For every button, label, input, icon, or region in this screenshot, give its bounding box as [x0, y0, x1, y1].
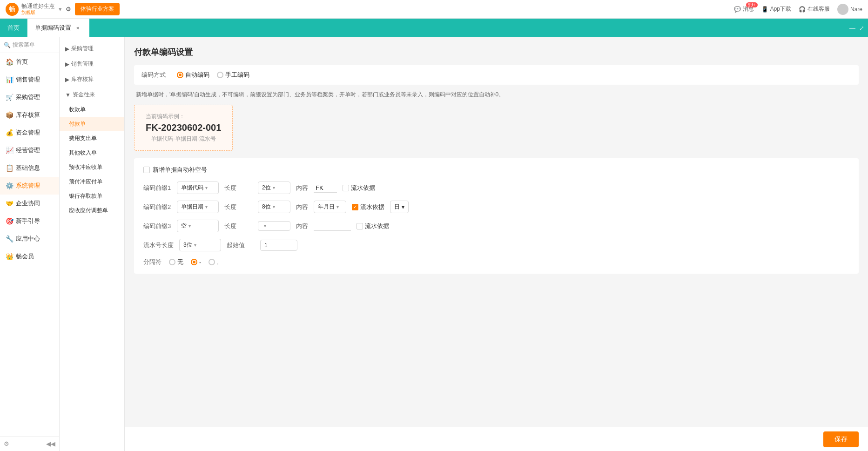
experience-button[interactable]: 体验行业方案 [75, 3, 120, 15]
auto-encode-radio[interactable] [177, 72, 183, 78]
minimize-icon[interactable]: — [849, 25, 855, 32]
collapse-icon[interactable]: ◀◀ [46, 440, 55, 447]
content2-select[interactable]: 年月日 ▾ [314, 201, 346, 213]
chevron-down-icon[interactable]: ▾ [59, 6, 62, 13]
separator-none-radio[interactable] [169, 259, 175, 265]
sidebar-item-label: 资金管理 [16, 128, 40, 137]
prefix3-select[interactable]: 空 ▾ [177, 220, 219, 232]
prefix2-select[interactable]: 单据日期 ▾ [177, 201, 219, 213]
sidebar-item-label: 基础信息 [16, 164, 40, 172]
sub-item-prepaid-offset[interactable]: 预收冲应收单 [60, 160, 124, 175]
tab-home-label: 首页 [7, 24, 20, 32]
member-icon: 👑 [6, 253, 13, 260]
sidebar-item-operations[interactable]: 📈 经营管理 [0, 141, 59, 159]
sidebar-search[interactable]: 🔍 搜索菜单 [0, 37, 59, 53]
sidebar-bottom: ⚙ ◀◀ [0, 436, 59, 451]
sidebar-item-purchase[interactable]: 🛒 采购管理 [0, 88, 59, 106]
bottom-bar: 保存 [125, 427, 868, 451]
chevron-down-icon: ▾ [205, 204, 208, 209]
sub-item-bank[interactable]: 银行存取款单 [60, 189, 124, 203]
apps-icon: 🔧 [6, 235, 13, 242]
sub-item-adjustment[interactable]: 应收应付调整单 [60, 203, 124, 218]
sub-item-receipt[interactable]: 收款单 [60, 102, 124, 117]
separator-none-label: 无 [177, 258, 183, 266]
purchase-icon: 🛒 [6, 94, 13, 101]
finance-icon: 💰 [6, 129, 13, 136]
logo-text: 畅通道好生意 旗舰版 [21, 3, 55, 15]
separator-dash-radio[interactable] [191, 259, 197, 265]
tab-home[interactable]: 首页 [0, 19, 27, 37]
sub-group-finance-title[interactable]: ▼ 资金往来 [60, 87, 124, 102]
separator-dash-option[interactable]: - [191, 259, 201, 266]
sidebar-item-label: 畅会员 [16, 252, 34, 261]
separator-label: 分隔符 [143, 258, 161, 266]
sidebar-item-apps[interactable]: 🔧 应用中心 [0, 230, 59, 248]
sidebar-item-system[interactable]: ⚙️ 系统管理 [0, 177, 59, 195]
sub-group-inventory-title[interactable]: ▶ 库存核算 [60, 72, 124, 87]
watermark1-checkbox[interactable] [343, 185, 349, 191]
sidebar-item-guide[interactable]: 🎯 新手引导 [0, 212, 59, 230]
tab-bar-right: — ⤢ [846, 19, 868, 37]
sidebar-item-sales[interactable]: 📊 销售管理 [0, 71, 59, 88]
settings-icon[interactable]: ⚙ [66, 6, 71, 13]
day-select[interactable]: 日 ▾ [390, 201, 409, 213]
length1-select[interactable]: 2位 ▾ [258, 182, 290, 194]
sidebar-item-finance[interactable]: 💰 资金管理 [0, 124, 59, 141]
topbar-left: 畅 畅通道好生意 旗舰版 ▾ ⚙ 体验行业方案 [6, 3, 120, 16]
code-preview: 当前编码示例： FK-20230602-001 单据代码-单据日期-流水号 [134, 105, 233, 151]
content1-input[interactable] [314, 183, 337, 193]
user-info[interactable]: Nare [837, 4, 862, 15]
sub-item-prepay-offset[interactable]: 预付冲应付单 [60, 175, 124, 189]
tab-encoding-label: 单据编码设置 [35, 24, 71, 32]
length2-value: 8位 [262, 203, 271, 211]
prefix1-row: 编码前缀1 单据代码 ▾ 长度 2位 ▾ 内容 [143, 182, 849, 194]
auto-fill-checkbox[interactable] [143, 167, 150, 173]
length3-select[interactable]: ▾ [258, 221, 290, 231]
separator-dash-label: - [199, 259, 201, 266]
sub-group-purchase: ▶ 采购管理 [60, 41, 124, 56]
sidebar-item-label: 经营管理 [16, 146, 40, 155]
message-badge[interactable]: 💬 消息 99+ [734, 5, 754, 13]
serial-length-select[interactable]: 3位 ▾ [179, 239, 221, 251]
prefix2-label: 编码前缀2 [143, 203, 171, 211]
serial-length-label: 流水号长度 [143, 241, 174, 249]
sub-group-sales-title[interactable]: ▶ 销售管理 [60, 56, 124, 72]
manual-encode-radio[interactable] [217, 72, 223, 78]
auto-encode-option[interactable]: 自动编码 [177, 71, 209, 79]
content3-input[interactable] [314, 222, 351, 231]
sub-group-purchase-title[interactable]: ▶ 采购管理 [60, 41, 124, 56]
watermark2-checkbox[interactable]: ✓ [352, 204, 358, 210]
start-value-input[interactable] [260, 240, 297, 251]
sub-item-other-income[interactable]: 其他收入单 [60, 146, 124, 160]
prefix1-label: 编码前缀1 [143, 184, 171, 192]
sub-item-expense[interactable]: 费用支出单 [60, 131, 124, 146]
prefix1-value: 单据代码 [181, 184, 203, 192]
separator-dot-option[interactable]: . [209, 259, 219, 266]
length2-select[interactable]: 8位 ▾ [258, 201, 290, 213]
sidebar-item-home[interactable]: 🏠 首页 [0, 53, 59, 71]
sidebar-item-cooperation[interactable]: 🤝 企业协同 [0, 195, 59, 212]
watermark1-group: 流水依据 [343, 184, 375, 192]
watermark3-checkbox[interactable] [357, 223, 363, 229]
tab-close-icon[interactable]: × [74, 24, 81, 32]
separator-dot-radio[interactable] [209, 259, 215, 265]
start-value-label: 起始值 [227, 241, 255, 249]
sub-group-inventory-label: 库存核算 [71, 75, 94, 83]
message-icon: 💬 [734, 6, 741, 13]
app-download[interactable]: 📱 App下载 [761, 5, 791, 13]
tab-bar: 首页 单据编码设置 × — ⤢ [0, 19, 868, 37]
online-service[interactable]: 🎧 在线客服 [799, 5, 830, 13]
code-preview-sub: 单据代码-单据日期-流水号 [146, 135, 221, 143]
sub-item-payment[interactable]: 付款单 [60, 117, 124, 131]
sidebar-item-member[interactable]: 👑 畅会员 [0, 248, 59, 265]
expand-icon[interactable]: ⤢ [859, 25, 864, 32]
sidebar-item-inventory[interactable]: 📦 库存核算 [0, 106, 59, 124]
settings-bottom-icon[interactable]: ⚙ [4, 440, 9, 447]
tab-encoding[interactable]: 单据编码设置 × [27, 19, 89, 37]
separator-none-option[interactable]: 无 [169, 258, 183, 266]
save-button[interactable]: 保存 [823, 431, 859, 447]
prefix1-select[interactable]: 单据代码 ▾ [177, 182, 219, 194]
manual-encode-option[interactable]: 手工编码 [217, 71, 249, 79]
day-value: 日 [394, 203, 400, 211]
sidebar-item-basic[interactable]: 📋 基础信息 [0, 159, 59, 177]
